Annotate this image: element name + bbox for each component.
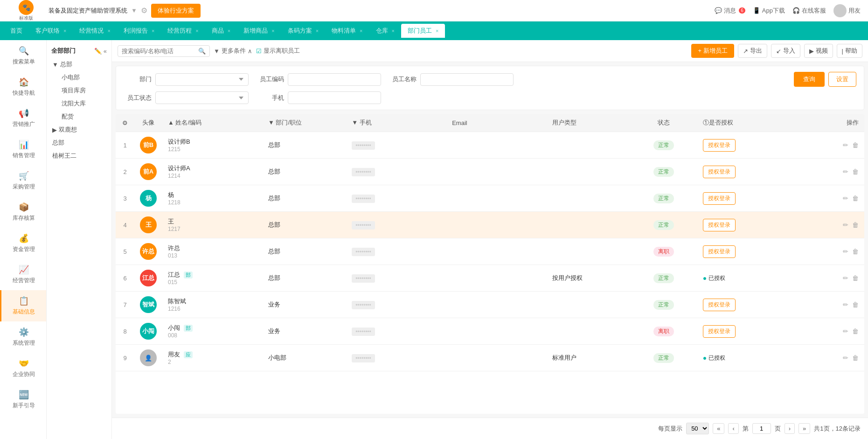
view-btn[interactable]: ▶ 视频 — [804, 44, 833, 58]
left-nav-item-system[interactable]: ⚙️ 系统管理 — [0, 321, 46, 353]
delete-icon[interactable]: 🗑 — [852, 141, 859, 149]
filter-emp-code-input[interactable] — [288, 73, 381, 86]
nav-tab-0[interactable]: 首页 — [4, 24, 29, 38]
left-nav-item-inventory[interactable]: 📦 库存核算 — [0, 196, 46, 228]
auth-login-btn[interactable]: 授权登录 — [703, 192, 736, 205]
edit-icon[interactable]: ✏ — [843, 354, 848, 362]
col-name[interactable]: ▲ 姓名/编码 — [162, 114, 263, 132]
nav-tab-9[interactable]: 仓库× — [369, 24, 401, 38]
next-page-btn[interactable]: › — [785, 423, 795, 434]
nav-tab-7[interactable]: 条码方案× — [281, 24, 325, 38]
delete-icon[interactable]: 🗑 — [852, 168, 859, 175]
tab-close-btn-5[interactable]: × — [228, 28, 230, 34]
user-menu[interactable]: 用友 — [833, 4, 861, 17]
edit-icon[interactable]: ✏ — [843, 168, 848, 175]
edit-icon[interactable]: ✏ — [843, 248, 848, 255]
left-nav-item-shortcut[interactable]: 🏠 快捷导航 — [0, 71, 46, 103]
delete-icon[interactable]: 🗑 — [852, 301, 859, 308]
filter-set-btn[interactable]: 设置 — [828, 72, 856, 87]
search-box[interactable]: 🔍 — [118, 45, 210, 57]
dept-tree-item-zongbu-root[interactable]: ▼ 总部 — [47, 58, 111, 71]
dept-collapse-icon[interactable]: « — [104, 48, 107, 55]
col-phone[interactable]: ▼ 手机 — [346, 114, 446, 132]
per-page-select[interactable]: 50 — [686, 423, 709, 434]
nav-tab-8[interactable]: 物料清单× — [325, 24, 369, 38]
edit-icon[interactable]: ✏ — [843, 221, 848, 229]
left-nav-item-marketing[interactable]: 📢 营销推广 — [0, 103, 46, 134]
tab-close-btn-1[interactable]: × — [63, 28, 66, 34]
page-number-input[interactable] — [752, 423, 771, 434]
dept-tree-item-peihuo[interactable]: 配货 — [56, 110, 111, 123]
add-employee-btn[interactable]: + 新增员工 — [691, 44, 734, 58]
tab-close-btn-8[interactable]: × — [360, 28, 362, 34]
left-nav-item-finance[interactable]: 💰 资金管理 — [0, 228, 46, 259]
import-btn[interactable]: ↙ 导入 — [771, 44, 800, 58]
delete-icon[interactable]: 🗑 — [852, 328, 859, 335]
filter-phone-input[interactable] — [288, 91, 381, 104]
nav-tab-3[interactable]: 利润报告× — [117, 24, 161, 38]
auth-login-btn[interactable]: 授权登录 — [703, 139, 736, 152]
left-nav-item-corp[interactable]: 🤝 企业协同 — [0, 353, 46, 384]
tab-close-btn-10[interactable]: × — [436, 28, 438, 34]
tab-close-btn-3[interactable]: × — [152, 28, 154, 34]
tab-close-btn-4[interactable]: × — [195, 28, 198, 34]
col-dept[interactable]: ▼ 部门/职位 — [263, 114, 346, 132]
help-btn[interactable]: | 帮助 — [837, 44, 862, 58]
dept-tree-item-project[interactable]: 项目库房 — [56, 84, 111, 97]
export-btn[interactable]: ↗ 导出 — [738, 44, 767, 58]
delete-icon[interactable]: 🗑 — [852, 221, 859, 229]
tab-close-btn-9[interactable]: × — [392, 28, 395, 34]
delete-icon[interactable]: 🗑 — [852, 354, 859, 362]
dept-tree-item-zhishu[interactable]: 植树王二 — [47, 149, 111, 162]
auth-login-btn[interactable]: 授权登录 — [703, 299, 736, 311]
first-page-btn[interactable]: « — [713, 423, 724, 434]
left-nav-item-basic_info[interactable]: 📋 基础信息 — [0, 290, 46, 321]
delete-icon[interactable]: 🗑 — [852, 248, 859, 255]
more-filters-btn[interactable]: ▼ 更多条件 ∧ — [214, 47, 252, 55]
dept-tree-item-shenyang[interactable]: 沈阳大库 — [56, 97, 111, 110]
nav-tab-5[interactable]: 商品× — [205, 24, 237, 38]
search-input[interactable] — [122, 48, 196, 55]
auth-login-btn[interactable]: 授权登录 — [703, 245, 736, 258]
system-title-dropdown-icon[interactable]: ▼ — [131, 7, 137, 14]
edit-icon[interactable]: ✏ — [843, 301, 848, 308]
last-page-btn[interactable]: » — [799, 423, 810, 434]
online-service-btn[interactable]: 🎧 在线客服 — [792, 7, 826, 15]
nav-tab-2[interactable]: 经营情况× — [73, 24, 117, 38]
delete-icon[interactable]: 🗑 — [852, 195, 859, 202]
filter-dept-select[interactable] — [155, 73, 249, 86]
nav-tab-4[interactable]: 经营历程× — [161, 24, 205, 38]
filter-search-btn[interactable]: 查询 — [794, 72, 825, 87]
left-nav-item-search[interactable]: 🔍 搜索菜单 — [0, 40, 46, 71]
delete-icon[interactable]: 🗑 — [852, 274, 859, 282]
app-download-btn[interactable]: 📱 App下载 — [753, 7, 785, 15]
message-btn[interactable]: 💬 消息 6 — [715, 7, 745, 15]
left-nav-item-sales[interactable]: 📊 销售管理 — [0, 134, 46, 165]
dept-edit-icon[interactable]: ✏️ — [94, 48, 102, 55]
settings-icon[interactable]: ⚙ — [141, 6, 147, 15]
col-settings[interactable]: ⚙ — [116, 114, 134, 132]
tab-close-btn-6[interactable]: × — [271, 28, 274, 34]
edit-icon[interactable]: ✏ — [843, 195, 848, 202]
dept-tree-item-shuanglu[interactable]: ▶ 双鹿想 — [47, 123, 111, 136]
show-disabled-toggle[interactable]: ☑ 显示离职员工 — [256, 47, 300, 55]
dept-tree-item-xiaodian[interactable]: 小电部 — [56, 71, 111, 84]
nav-tab-1[interactable]: 客户联络× — [29, 24, 73, 38]
dept-tree-item-zongbu2[interactable]: 总部 — [47, 136, 111, 149]
nav-tab-6[interactable]: 新增商品× — [237, 24, 281, 38]
filter-emp-name-input[interactable] — [420, 73, 514, 86]
prev-page-btn[interactable]: ‹ — [728, 423, 738, 434]
nav-tab-10[interactable]: 部门员工× — [401, 24, 445, 38]
left-nav-item-operations[interactable]: 📈 经营管理 — [0, 259, 46, 290]
tab-close-btn-7[interactable]: × — [316, 28, 319, 34]
tab-close-btn-2[interactable]: × — [107, 28, 110, 34]
edit-icon[interactable]: ✏ — [843, 274, 848, 282]
auth-login-btn[interactable]: 授权登录 — [703, 325, 736, 338]
auth-login-btn[interactable]: 授权登录 — [703, 219, 736, 231]
edit-icon[interactable]: ✏ — [843, 328, 848, 335]
trial-btn[interactable]: 体验行业方案 — [151, 4, 201, 18]
auth-login-btn[interactable]: 授权登录 — [703, 166, 736, 178]
filter-emp-status-select[interactable] — [155, 91, 249, 104]
left-nav-item-purchase[interactable]: 🛒 采购管理 — [0, 165, 46, 196]
left-nav-item-guide[interactable]: 🆕 新手引导 — [0, 384, 46, 415]
